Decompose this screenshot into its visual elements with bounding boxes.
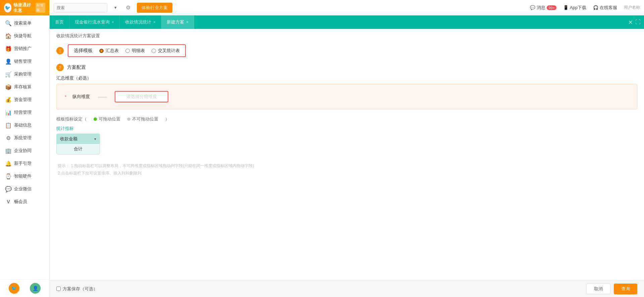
sidebar-item-vip[interactable]: V 畅会员 (0, 195, 49, 208)
bottom-actions: 取消 查询 (586, 284, 637, 294)
content-area: 收款情况统计方案设置 1 选择模板 汇总表 明细表 (50, 29, 644, 297)
tab-home-label: 首页 (55, 19, 64, 25)
gift-icon: 🎁 (5, 46, 11, 52)
sidebar-item-management-label: 经营管理 (14, 109, 32, 115)
metrics-label-close: ） (165, 116, 169, 122)
sidebar-item-hardware-label: 智能硬件 (14, 173, 32, 179)
dimension-arrow: —— (98, 94, 107, 99)
sidebar-item-finance[interactable]: 💰 资金管理 (0, 93, 49, 106)
metrics-header: 统计指标 (56, 126, 637, 132)
tabbar: 首页 现金银行流水查询 × 收款情况统计 × 新建方案 × ✕ ⛶ (50, 15, 644, 29)
radio-summary-input[interactable] (99, 49, 104, 53)
tab-home[interactable]: 首页 (50, 15, 69, 29)
trial-button[interactable]: 体验行业方案 (137, 3, 172, 13)
online-service-label: 在线客服 (600, 5, 617, 11)
sidebar: 🐦 畅捷通好生意 标准版 🔍 搜索菜单 🏠 快捷导航 🎁 营销推广 👤 销售管理… (0, 0, 50, 297)
query-button[interactable]: 查询 (614, 284, 637, 294)
tab-newplan[interactable]: 新建方案 × (161, 15, 194, 29)
metrics-label-row: 模板指标设定（ 可拖动位置 不可拖动位置 ） (56, 116, 637, 122)
sidebar-item-weixin-label: 企业微信 (14, 186, 32, 192)
sidebar-item-guide[interactable]: 🔔 新手引导 (0, 157, 49, 170)
sidebar-item-cooperation[interactable]: 🏢 企业协同 (0, 144, 49, 157)
online-service-item[interactable]: 🎧 在线客服 (593, 5, 617, 11)
search-dropdown-icon[interactable]: ▾ (111, 4, 119, 12)
vip-icon: V (5, 199, 11, 205)
sidebar-item-sales[interactable]: 👤 销售管理 (0, 55, 49, 68)
step2-title-row: 2 方案配置 (56, 64, 637, 71)
page-container: 收款情况统计方案设置 1 选择模板 汇总表 明细表 (50, 29, 644, 280)
step2-section: 2 方案配置 汇总维度（必选） * 纵向维度 —— 请选择分组维度 (56, 64, 637, 177)
tab-newplan-close[interactable]: × (186, 20, 189, 24)
template-selector-box: 选择模板 汇总表 明细表 交叉统计表 (68, 44, 186, 57)
radio-cross[interactable]: 交叉统计表 (152, 48, 180, 54)
message-icon: 💬 (530, 5, 535, 10)
dimension-select-button[interactable]: 请选择分组维度 (115, 91, 168, 102)
tab-cashflow-close[interactable]: × (112, 20, 114, 24)
tab-collection-label: 收款情况统计 (125, 19, 151, 25)
step2-title: 方案配置 (67, 64, 86, 70)
sidebar-item-management[interactable]: 📊 经营管理 (0, 106, 49, 119)
sidebar-item-system[interactable]: ⚙ 系统管理 (0, 132, 49, 144)
radio-detail-input[interactable] (125, 49, 130, 53)
sidebar-item-basics-label: 基础信息 (14, 122, 32, 128)
save-checkbox-label: 方案保存（可选） (63, 286, 98, 292)
cart-icon: 🛒 (5, 71, 11, 77)
sidebar-item-marketing[interactable]: 🎁 营销推广 (0, 42, 49, 55)
settings-icon[interactable]: ⚙ (123, 3, 133, 12)
sidebar-item-purchase[interactable]: 🛒 采购管理 (0, 68, 49, 81)
sidebar-item-weixin[interactable]: 💬 企业微信 (0, 183, 49, 195)
app-download-label: App下载 (570, 5, 586, 11)
metrics-section: 模板指标设定（ 可拖动位置 不可拖动位置 ） (56, 116, 637, 154)
notification-item[interactable]: 💬 消息 99+ (530, 5, 556, 11)
sidebar-bottom-icon-left[interactable]: 🐦 (9, 283, 19, 294)
tab-cashflow[interactable]: 现金银行流水查询 × (69, 15, 120, 29)
sidebar-item-purchase-label: 采购管理 (14, 71, 32, 77)
sidebar-item-basics[interactable]: 📋 基础信息 (0, 119, 49, 132)
draggable-dot (94, 117, 97, 121)
sidebar-item-quicknav[interactable]: 🏠 快捷导航 (0, 30, 49, 42)
tab-collection[interactable]: 收款情况统计 × (120, 15, 161, 29)
dimension-section: 汇总维度（必选） * 纵向维度 —— 请选择分组维度 (56, 75, 637, 109)
metric-card: 收款金额 ▾ 合计 (56, 134, 100, 154)
list-icon: 📋 (5, 122, 11, 128)
cancel-button[interactable]: 取消 (586, 284, 610, 294)
sidebar-item-cooperation-label: 企业协同 (14, 148, 32, 154)
page-header: 收款情况统计方案设置 (50, 29, 644, 39)
save-checkbox[interactable]: 方案保存（可选） (56, 286, 98, 292)
money-icon: 💰 (5, 97, 11, 103)
tab-collection-close[interactable]: × (153, 20, 156, 24)
step1-row: 1 选择模板 汇总表 明细表 交叉统计表 (56, 44, 637, 57)
metric-dropdown-icon[interactable]: ▾ (94, 137, 96, 141)
tabbar-actions: ✕ ⛶ (625, 15, 644, 29)
sidebar-item-inventory[interactable]: 📦 库存核算 (0, 81, 49, 93)
metric-card-header: 收款金额 ▾ (57, 134, 100, 144)
sidebar-item-quicknav-label: 快捷导航 (14, 33, 32, 39)
app-download-item[interactable]: 📱 App下载 (563, 5, 586, 11)
headset-icon: 🎧 (593, 5, 598, 10)
sidebar-item-search[interactable]: 🔍 搜索菜单 (0, 17, 49, 30)
tab-cashflow-label: 现金银行流水查询 (75, 19, 110, 25)
radio-cross-input[interactable] (152, 49, 156, 53)
required-star: * (65, 94, 66, 99)
draggable-label: 可拖动位置 (99, 116, 120, 122)
maximize-icon[interactable]: ⛶ (635, 19, 641, 25)
sidebar-item-hardware[interactable]: ⌚ 智能硬件 (0, 170, 49, 183)
watch-icon: ⌚ (5, 173, 11, 179)
non-draggable-label: 不可拖动位置 (132, 116, 158, 122)
user-name[interactable]: 用户名称 (624, 5, 640, 10)
chat-icon: 💬 (5, 186, 11, 192)
sidebar-bottom-icon-right[interactable]: 👤 (30, 283, 41, 294)
sidebar-logo: 🐦 畅捷通好生意 标准版 (0, 0, 49, 15)
tips-line2: 2.点击标题栏下拉可设置排序、插入列和删除列 (58, 170, 636, 177)
radio-detail[interactable]: 明细表 (125, 48, 145, 54)
building-icon: 🏢 (5, 148, 11, 154)
radio-summary[interactable]: 汇总表 (99, 48, 119, 54)
save-checkbox-input[interactable] (56, 287, 61, 291)
page-body: 1 选择模板 汇总表 明细表 交叉统计表 (50, 39, 644, 182)
search-input[interactable] (54, 3, 107, 12)
sidebar-item-inventory-label: 库存核算 (14, 84, 32, 90)
main-area: ▾ ⚙ 体验行业方案 💬 消息 99+ 📱 App下载 🎧 在线客服 用户名称 … (50, 0, 644, 297)
step2-badge: 2 (56, 64, 64, 71)
close-window-icon[interactable]: ✕ (628, 19, 633, 26)
draggable-toggle: 可拖动位置 (94, 116, 120, 122)
